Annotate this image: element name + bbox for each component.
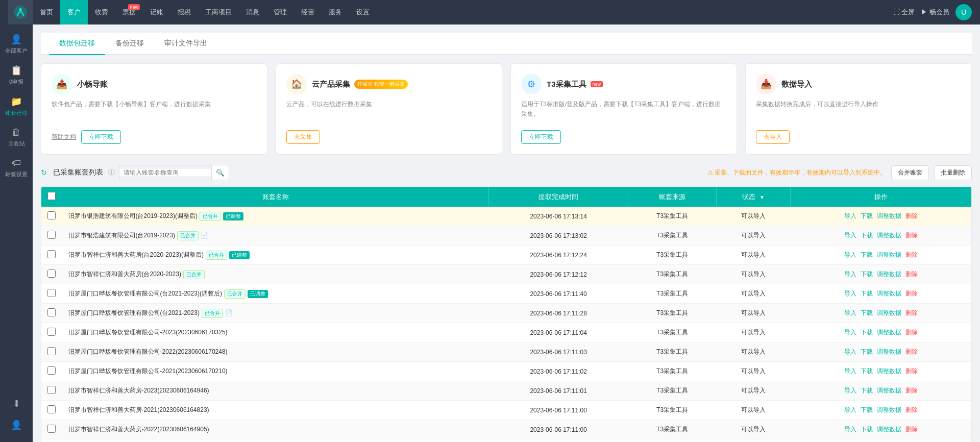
- row-checkbox[interactable]: [47, 425, 56, 433]
- row-checkbox[interactable]: [47, 231, 56, 239]
- action-导入[interactable]: 导入: [844, 387, 856, 394]
- action-删除[interactable]: 删除: [905, 348, 918, 355]
- nav-operation[interactable]: 经营: [294, 0, 322, 24]
- action-调整数据[interactable]: 调整数据: [877, 309, 901, 316]
- t3-download-button[interactable]: 立即下载: [521, 130, 561, 144]
- action-导入[interactable]: 导入: [844, 406, 856, 413]
- action-下载[interactable]: 下载: [861, 387, 873, 394]
- search-input[interactable]: [119, 169, 211, 176]
- col-status-header[interactable]: 状态 ▼: [717, 187, 791, 207]
- action-下载[interactable]: 下载: [861, 329, 873, 336]
- action-导入[interactable]: 导入: [844, 212, 856, 219]
- sidebar-profile[interactable]: 👤: [0, 414, 33, 436]
- nav-tax[interactable]: 报税: [170, 0, 198, 24]
- action-调整数据[interactable]: 调整数据: [877, 290, 901, 297]
- merge-accounts-button[interactable]: 合并账套: [891, 165, 929, 180]
- action-调整数据[interactable]: 调整数据: [877, 367, 901, 375]
- sidebar-item-zero-declaration[interactable]: 📋 0申报: [0, 60, 33, 91]
- action-删除[interactable]: 删除: [905, 367, 918, 375]
- action-删除[interactable]: 删除: [905, 232, 918, 239]
- action-下载[interactable]: 下载: [861, 271, 873, 278]
- action-删除[interactable]: 删除: [905, 212, 918, 219]
- sidebar-item-all-customers[interactable]: 👤 全部客户: [0, 29, 33, 60]
- col-checkbox[interactable]: [41, 187, 62, 207]
- fullscreen-button[interactable]: ⛶ 全屏: [893, 8, 915, 17]
- help-icon[interactable]: ⓘ: [108, 168, 115, 177]
- action-下载[interactable]: 下载: [861, 348, 873, 355]
- sidebar-item-recycle-bin[interactable]: 🗑 回收站: [0, 122, 33, 153]
- file-icon[interactable]: 📄: [201, 232, 208, 239]
- action-下载[interactable]: 下载: [861, 251, 873, 258]
- action-删除[interactable]: 删除: [905, 271, 918, 278]
- nav-settings[interactable]: 设置: [349, 0, 377, 24]
- action-下载[interactable]: 下载: [861, 232, 873, 239]
- row-checkbox[interactable]: [47, 328, 56, 336]
- action-导入[interactable]: 导入: [844, 271, 856, 278]
- action-调整数据[interactable]: 调整数据: [877, 329, 901, 336]
- row-checkbox[interactable]: [47, 289, 56, 297]
- row-checkbox[interactable]: [47, 405, 56, 413]
- go-collect-button[interactable]: 去采集: [286, 130, 320, 144]
- action-下载[interactable]: 下载: [861, 309, 873, 316]
- row-checkbox[interactable]: [47, 347, 56, 355]
- select-all-checkbox[interactable]: [47, 192, 56, 200]
- action-导入[interactable]: 导入: [844, 251, 856, 258]
- action-导入[interactable]: 导入: [844, 367, 856, 375]
- refresh-icon[interactable]: ↻: [41, 168, 47, 177]
- action-导入[interactable]: 导入: [844, 426, 856, 433]
- batch-delete-button[interactable]: 批量删除: [934, 165, 972, 180]
- action-导入[interactable]: 导入: [844, 329, 856, 336]
- action-调整数据[interactable]: 调整数据: [877, 271, 901, 278]
- nav-home[interactable]: 首页: [33, 0, 60, 24]
- nav-fee[interactable]: 收费: [88, 0, 115, 24]
- action-删除[interactable]: 删除: [905, 329, 918, 336]
- nav-business[interactable]: 工商项目: [198, 0, 239, 24]
- action-下载[interactable]: 下载: [861, 212, 873, 219]
- sidebar-item-tag-settings[interactable]: 🏷 标签设置: [0, 153, 33, 183]
- tab-backup-migration[interactable]: 备份迁移: [105, 33, 154, 55]
- action-调整数据[interactable]: 调整数据: [877, 426, 901, 433]
- member-button[interactable]: ▶ 畅会员: [921, 8, 949, 17]
- action-调整数据[interactable]: 调整数据: [877, 232, 901, 239]
- tab-data-migration[interactable]: 数据包迁移: [49, 33, 105, 55]
- nav-invoice[interactable]: 票据 new: [115, 0, 143, 24]
- action-调整数据[interactable]: 调整数据: [877, 251, 901, 258]
- action-调整数据[interactable]: 调整数据: [877, 348, 901, 355]
- action-删除[interactable]: 删除: [905, 309, 918, 316]
- sidebar-item-account-migration[interactable]: 📁 账套迁移: [0, 91, 33, 122]
- action-调整数据[interactable]: 调整数据: [877, 212, 901, 219]
- action-下载[interactable]: 下载: [861, 426, 873, 433]
- row-checkbox[interactable]: [47, 269, 56, 278]
- action-删除[interactable]: 删除: [905, 426, 918, 433]
- action-删除[interactable]: 删除: [905, 290, 918, 297]
- nav-bookkeeping[interactable]: 记账: [143, 0, 170, 24]
- action-删除[interactable]: 删除: [905, 406, 918, 413]
- nav-service[interactable]: 服务: [322, 0, 349, 24]
- row-checkbox[interactable]: [47, 308, 56, 316]
- user-avatar[interactable]: U: [955, 4, 972, 20]
- action-调整数据[interactable]: 调整数据: [877, 387, 901, 394]
- row-checkbox[interactable]: [47, 250, 56, 258]
- tab-audit-export[interactable]: 审计文件导出: [154, 33, 217, 55]
- help-doc-link[interactable]: 帮助文档: [52, 133, 76, 141]
- action-导入[interactable]: 导入: [844, 232, 856, 239]
- download-now-button[interactable]: 立即下载: [81, 130, 121, 144]
- action-下载[interactable]: 下载: [861, 406, 873, 413]
- sidebar-download[interactable]: ⬇: [0, 393, 33, 414]
- action-导入[interactable]: 导入: [844, 348, 856, 355]
- action-导入[interactable]: 导入: [844, 309, 856, 316]
- action-调整数据[interactable]: 调整数据: [877, 406, 901, 413]
- action-下载[interactable]: 下载: [861, 290, 873, 297]
- go-import-button[interactable]: 去导入: [756, 130, 790, 144]
- action-下载[interactable]: 下载: [861, 367, 873, 375]
- row-checkbox[interactable]: [47, 211, 56, 219]
- action-导入[interactable]: 导入: [844, 290, 856, 297]
- nav-manage[interactable]: 管理: [266, 0, 294, 24]
- app-logo[interactable]: [8, 0, 33, 24]
- row-checkbox[interactable]: [47, 386, 56, 394]
- nav-customer[interactable]: 客户: [60, 0, 88, 24]
- search-button[interactable]: 🔍: [211, 165, 229, 180]
- row-checkbox[interactable]: [47, 366, 56, 375]
- file-icon[interactable]: 📄: [225, 309, 233, 316]
- action-删除[interactable]: 删除: [905, 251, 918, 258]
